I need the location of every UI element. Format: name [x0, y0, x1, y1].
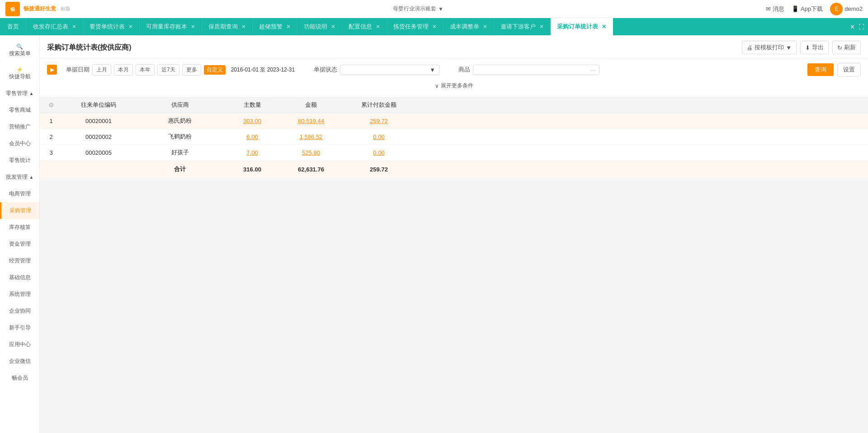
tab-4[interactable]: 保质期查询 ✕ [202, 18, 253, 35]
tab-9-close[interactable]: ✕ [483, 24, 487, 30]
ecommerce-label: 电商管理 [9, 190, 31, 197]
row-2-qty[interactable]: 6.00 [225, 129, 279, 145]
page-container: 采购订单统计表(按供应商) 🖨 按模板打印 ▼ ⬇ 导出 ↻ 刷新 [40, 35, 868, 178]
user-profile[interactable]: E demo2 [830, 3, 863, 15]
sidebar-item-marketing[interactable]: 营销推广 [0, 119, 39, 135]
wechat-label: 企业微信 [9, 358, 31, 364]
filter-toggle[interactable]: ▶ [47, 65, 57, 75]
status-select[interactable]: ▼ [340, 65, 439, 75]
refresh-button[interactable]: ↻ 刷新 [832, 41, 861, 54]
goods-input-more[interactable]: ··· [590, 67, 595, 73]
print-button[interactable]: 🖨 按模板打印 ▼ [742, 41, 797, 54]
date-btn-this-month[interactable]: 本月 [114, 64, 133, 76]
main-content: 采购订单统计表(按供应商) 🖨 按模板打印 ▼ ⬇ 导出 ↻ 刷新 [40, 35, 868, 433]
sidebar-item-retail-shop[interactable]: 零售商城 [0, 102, 39, 119]
sidebar-item-enterprise[interactable]: 企业协同 [0, 303, 39, 319]
expand-more-btn[interactable]: ∨ 展开更多条件 [47, 79, 861, 92]
row-1-qty[interactable]: 303.00 [225, 113, 279, 129]
message-button[interactable]: ✉ 消息 [766, 5, 784, 13]
tab-8-label: 拣货任务管理 [393, 23, 429, 31]
sidebar-item-basic-info[interactable]: 基础信息 [0, 269, 39, 286]
logo-text: 畅捷通好生意 [24, 5, 56, 13]
tab-1-close[interactable]: ✕ [72, 24, 76, 30]
row-3-amount[interactable]: 525.80 [279, 145, 343, 161]
tab-7-close[interactable]: ✕ [376, 24, 380, 30]
tab-10[interactable]: 邀请下游客户 ✕ [494, 18, 551, 35]
sidebar-item-app-center[interactable]: 应用中心 [0, 336, 39, 353]
tab-8-close[interactable]: ✕ [432, 24, 437, 30]
tab-11-close[interactable]: ✕ [602, 24, 606, 30]
row-2-index: 2 [40, 129, 62, 145]
app-download-button[interactable]: 📱 App下载 [792, 5, 823, 13]
expand-more-label: 展开更多条件 [441, 82, 473, 90]
row-3-paid[interactable]: 0.00 [343, 145, 415, 161]
tab-6[interactable]: 功能说明 ✕ [297, 18, 342, 35]
data-table: ⚙ 往来单位编码 供应商 主数量 金额 累计付款金额 1 [40, 97, 868, 178]
date-tag: 自定义 [204, 65, 226, 75]
user-name: demo2 [844, 5, 863, 12]
col-settings[interactable]: ⚙ [40, 97, 62, 113]
sidebar: 🔍 搜索菜单 ⚡ 快捷导航 零售管理 ▲ 零售商城 营销推广 会员中心 零售统计… [0, 35, 40, 433]
tab-1[interactable]: 收发存汇总表 ✕ [27, 18, 83, 35]
tab-11-label: 采购订单统计表 [557, 23, 598, 31]
sidebar-item-search[interactable]: 🔍 搜索菜单 [0, 39, 39, 62]
tab-4-close[interactable]: ✕ [241, 24, 246, 30]
sidebar-item-inventory[interactable]: 库存核算 [0, 219, 39, 236]
sidebar-item-retail-mgmt[interactable]: 零售管理 ▲ [0, 85, 39, 102]
tab-home[interactable]: 首页 [0, 18, 27, 35]
sidebar-item-wholesale[interactable]: 批发管理 ▲ [0, 169, 39, 186]
tab-5[interactable]: 超储预警 ✕ [253, 18, 297, 35]
date-btn-this-year[interactable]: 本年 [136, 64, 155, 76]
row-2-amount[interactable]: 1,586.52 [279, 129, 343, 145]
tab-7[interactable]: 配置信息 ✕ [342, 18, 387, 35]
sidebar-item-system[interactable]: 系统管理 [0, 286, 39, 303]
sidebar-item-retail-stats[interactable]: 零售统计 [0, 152, 39, 169]
row-3-qty[interactable]: 7.00 [225, 145, 279, 161]
row-1-paid[interactable]: 259.72 [343, 113, 415, 129]
table-container: ⚙ 往来单位编码 供应商 主数量 金额 累计付款金额 1 [40, 97, 868, 178]
tab-3[interactable]: 可用量库存账本 ✕ [140, 18, 202, 35]
tab-6-close[interactable]: ✕ [331, 24, 335, 30]
search-button[interactable]: 查询 [807, 63, 834, 76]
tab-9[interactable]: 成本调整单 ✕ [443, 18, 494, 35]
filter-row-1: ▶ 单据日期 上月 本月 本年 近7天 更多 自定义 2016-01-01 至 … [47, 63, 861, 76]
fullscreen-icon[interactable]: ⛶ [859, 24, 864, 30]
sidebar-item-shortcut[interactable]: ⚡ 快捷导航 [0, 62, 39, 85]
date-btn-last-month[interactable]: 上月 [92, 64, 111, 76]
tab-home-label: 首页 [7, 23, 19, 31]
goods-filter-label: 商品 [458, 66, 470, 74]
close-tab-icon[interactable]: ✕ [850, 24, 855, 30]
sidebar-item-finance[interactable]: 资金管理 [0, 236, 39, 252]
tab-5-close[interactable]: ✕ [286, 24, 291, 30]
tab-2[interactable]: 要货单统计表 ✕ [83, 18, 140, 35]
tab-8[interactable]: 拣货任务管理 ✕ [387, 18, 443, 35]
tab-11[interactable]: 采购订单统计表 ✕ [551, 18, 613, 35]
settings-icon[interactable]: ⚙ [48, 101, 54, 109]
filter-status-item: 单据状态 ▼ [314, 65, 439, 75]
sidebar-item-purchase[interactable]: 采购管理 [0, 202, 39, 219]
sidebar-item-wechat[interactable]: 企业微信 [0, 353, 39, 370]
goods-input[interactable]: ··· [473, 65, 599, 75]
date-btn-7days[interactable]: 近7天 [157, 64, 179, 76]
sidebar-item-members[interactable]: 会员中心 [0, 135, 39, 152]
tab-3-close[interactable]: ✕ [191, 24, 195, 30]
tab-2-close[interactable]: ✕ [128, 24, 133, 30]
footer-label: 合计 [135, 161, 225, 178]
tab-10-close[interactable]: ✕ [539, 24, 544, 30]
sidebar-item-operations[interactable]: 经营管理 [0, 252, 39, 269]
expand-more-icon: ∨ [435, 83, 439, 89]
row-2-paid[interactable]: 0.00 [343, 129, 415, 145]
sidebar-item-newbie[interactable]: 新手引导 [0, 319, 39, 336]
workspace-name: 母婴行业演示账套 [393, 5, 436, 13]
sidebar-item-ecommerce[interactable]: 电商管理 [0, 186, 39, 202]
row-1-amount[interactable]: 60,519.44 [279, 113, 343, 129]
workspace-selector[interactable]: 母婴行业演示账套 ▼ [393, 5, 443, 13]
row-2-code: 00020002 [62, 129, 135, 145]
export-button[interactable]: ⬇ 导出 [800, 41, 829, 54]
page-actions: 🖨 按模板打印 ▼ ⬇ 导出 ↻ 刷新 [742, 41, 861, 54]
sidebar-item-member-plus[interactable]: 畅会员 [0, 370, 39, 386]
row-3-extra [415, 145, 868, 161]
retail-mgmt-label: 零售管理 [6, 90, 28, 97]
date-btn-more[interactable]: 更多 [182, 64, 201, 76]
settings-button[interactable]: 设置 [837, 63, 861, 76]
